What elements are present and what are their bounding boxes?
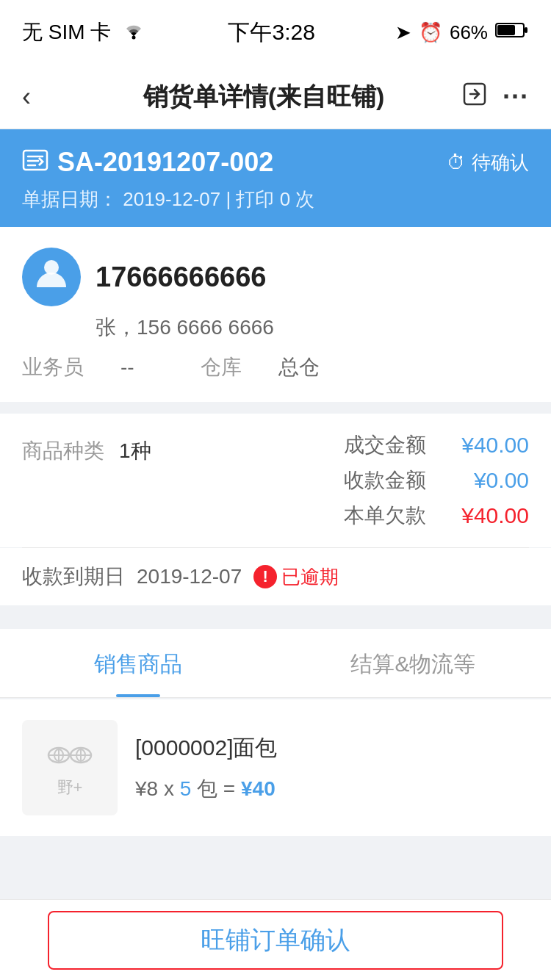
avatar [22, 248, 81, 306]
payment-value: ¥0.00 [441, 468, 529, 493]
order-status: ⏱ 待确认 [447, 150, 529, 176]
price-value: ¥8 [135, 777, 158, 800]
battery-text: 66% [450, 21, 488, 44]
unit-value: 包 [197, 777, 217, 800]
clock-icon: ⏱ [447, 151, 466, 174]
warehouse-label: 仓库 [201, 353, 242, 381]
svg-rect-3 [497, 25, 515, 35]
due-date-value: 2019-12-07 [137, 565, 242, 588]
nav-right-icons: ··· [461, 81, 529, 113]
product-types-label: 商品种类 [22, 437, 104, 465]
tab-sales-products[interactable]: 销售商品 [0, 629, 276, 697]
amounts-right: 成交金额 ¥40.00 收款金额 ¥0.00 本单欠款 ¥40.00 [323, 431, 529, 530]
product-types-value: 1种 [119, 437, 151, 465]
carrier-text: 无 SIM 卡 [22, 18, 111, 46]
product-list: 野+ [0000002]面包 ¥8 x 5 包 = ¥40 [0, 699, 551, 836]
order-number: SA-20191207-002 [22, 147, 273, 178]
payment-label: 收款金额 [323, 466, 426, 494]
overdue-badge: ! 已逾期 [253, 564, 339, 590]
balance-value: ¥40.00 [441, 503, 529, 528]
product-thumbnail: 野+ [22, 720, 118, 815]
bottom-bar: 旺铺订单确认 [0, 899, 551, 980]
status-bar-time: 下午3:28 [228, 18, 314, 48]
confirm-order-button[interactable]: 旺铺订单确认 [48, 911, 503, 970]
order-number-text: SA-20191207-002 [57, 147, 273, 178]
tabs-section: 销售商品 结算&物流等 [0, 629, 551, 698]
total-value: ¥40 [241, 777, 276, 800]
equals-sign: = [223, 777, 241, 800]
product-types: 商品种类 1种 [22, 431, 151, 465]
product-info: [0000002]面包 ¥8 x 5 包 = ¥40 [135, 733, 529, 803]
transaction-amount-row: 成交金额 ¥40.00 [323, 431, 529, 459]
salesperson-label: 业务员 [22, 353, 84, 381]
transaction-value: ¥40.00 [441, 433, 529, 458]
qty-value: 5 [180, 777, 192, 800]
customer-section: 17666666666 张，156 6666 6666 业务员 -- 仓库 总仓 [0, 227, 551, 402]
divider-2 [0, 605, 551, 617]
confirm-label: 旺铺订单确认 [201, 923, 350, 957]
balance-row: 本单欠款 ¥40.00 [323, 502, 529, 530]
order-date: 单据日期： 2019-12-07 | 打印 0 次 [22, 187, 529, 212]
more-icon[interactable]: ··· [503, 82, 529, 112]
svg-rect-2 [525, 27, 527, 33]
customer-info-row: 业务员 -- 仓库 总仓 [22, 353, 529, 381]
multiply-sign: x [164, 777, 180, 800]
transaction-label: 成交金额 [323, 431, 426, 459]
svg-point-0 [132, 35, 136, 39]
warehouse-value: 总仓 [278, 353, 320, 381]
location-icon: ➤ [395, 21, 411, 44]
payment-amount-row: 收款金额 ¥0.00 [323, 466, 529, 494]
share-icon[interactable] [461, 81, 488, 113]
product-name: [0000002]面包 [135, 733, 529, 763]
status-bar-left: 无 SIM 卡 [22, 18, 148, 46]
overdue-text: 已逾期 [281, 564, 339, 590]
alarm-icon: ⏰ [419, 21, 442, 44]
amounts-section: 商品种类 1种 成交金额 ¥40.00 收款金额 ¥0.00 本单欠款 ¥40.… [0, 414, 551, 547]
avatar-icon [33, 254, 70, 300]
order-status-text: 待确认 [472, 150, 529, 176]
overdue-icon: ! [253, 565, 277, 588]
divider-1 [0, 402, 551, 414]
back-button[interactable]: ‹ [22, 82, 66, 112]
product-price: ¥8 x 5 包 = ¥40 [135, 775, 529, 803]
page-title: 销货单详情(来自旺铺) [66, 80, 461, 114]
status-bar-right: ➤ ⏰ 66% [395, 21, 529, 44]
order-header: SA-20191207-002 ⏱ 待确认 单据日期： 2019-12-07 |… [0, 129, 551, 227]
order-icon [22, 149, 48, 176]
wifi-icon [120, 20, 148, 46]
tabs-row: 销售商品 结算&物流等 [0, 629, 551, 697]
product-thumb-label: 野+ [57, 777, 83, 799]
due-date-label: 收款到期日 [22, 563, 125, 591]
battery-icon [495, 21, 529, 44]
nav-bar: ‹ 销货单详情(来自旺铺) ··· [0, 65, 551, 129]
salesperson-value: -- [120, 356, 134, 379]
status-bar: 无 SIM 卡 下午3:28 ➤ ⏰ 66% [0, 0, 551, 65]
table-row: 野+ [0000002]面包 ¥8 x 5 包 = ¥40 [0, 699, 551, 836]
customer-phone: 17666666666 [96, 262, 266, 293]
customer-name: 张，156 6666 6666 [96, 314, 529, 342]
balance-label: 本单欠款 [323, 502, 426, 530]
due-date-section: 收款到期日 2019-12-07 ! 已逾期 [0, 548, 551, 605]
tab-settlement[interactable]: 结算&物流等 [276, 629, 551, 697]
